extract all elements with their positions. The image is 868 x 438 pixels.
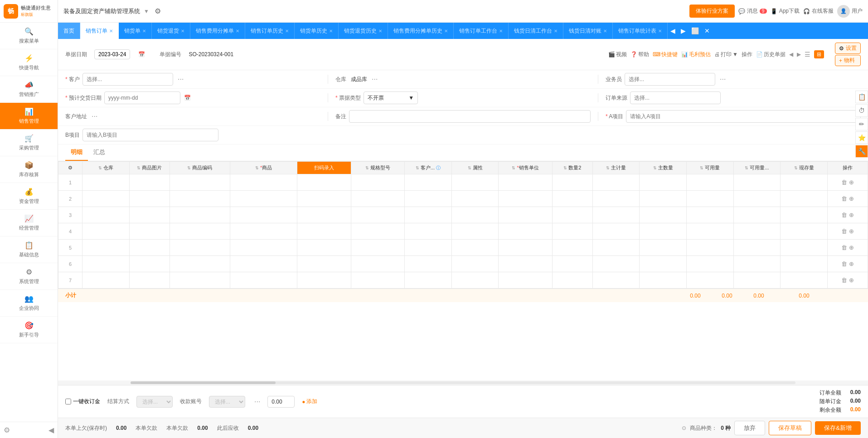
row-attr[interactable] bbox=[451, 207, 499, 223]
dropdown-arrow-icon[interactable]: ▼ bbox=[144, 8, 149, 14]
tab-close-icon[interactable]: ✕ bbox=[285, 29, 289, 34]
right-float-btn-1[interactable]: 📋 bbox=[855, 91, 868, 103]
th-main-unit[interactable]: ⇅ 主计量 bbox=[592, 162, 640, 174]
remark-input[interactable] bbox=[349, 110, 591, 123]
row-stock[interactable] bbox=[781, 174, 828, 191]
row-main-unit[interactable] bbox=[592, 207, 640, 223]
sidebar-item-system[interactable]: ⚙ 系统管理 bbox=[0, 263, 58, 290]
row-customer-code[interactable] bbox=[405, 223, 452, 240]
help-btn[interactable]: ❓ 帮助 bbox=[630, 51, 649, 58]
row-stock[interactable] bbox=[781, 256, 828, 272]
row-image[interactable] bbox=[129, 207, 170, 223]
th-customer-code[interactable]: ⇅ 客户... ⓘ bbox=[405, 162, 452, 174]
row-unit[interactable] bbox=[499, 272, 552, 289]
row-copy-icon[interactable]: ⊕ bbox=[849, 179, 854, 186]
row-stock[interactable] bbox=[781, 207, 828, 223]
row-main-qty[interactable] bbox=[640, 240, 687, 256]
delivery-date-input[interactable] bbox=[104, 91, 180, 104]
view-video-btn[interactable]: 🎬 视频 bbox=[608, 51, 627, 58]
row-avail2[interactable] bbox=[733, 174, 781, 191]
sidebar-item-inventory[interactable]: 📦 库存核算 bbox=[0, 156, 58, 183]
b-project-input[interactable] bbox=[82, 129, 218, 141]
row-attr[interactable] bbox=[451, 272, 499, 289]
th-code[interactable]: ⇅ 商品编码 bbox=[170, 162, 230, 174]
tab-sales-expense[interactable]: 销售费用分摊单 ✕ bbox=[190, 23, 245, 39]
row-main-qty[interactable] bbox=[640, 191, 687, 207]
row-unit[interactable] bbox=[499, 207, 552, 223]
customer-expand-icon[interactable]: ··· bbox=[178, 75, 184, 83]
row-name[interactable] bbox=[230, 191, 297, 207]
sidebar-item-guide[interactable]: 🎯 新手引导 bbox=[0, 317, 58, 343]
row-spec[interactable] bbox=[351, 174, 404, 191]
th-scan[interactable]: 扫码录入 bbox=[297, 162, 351, 174]
row-unit[interactable] bbox=[499, 256, 552, 272]
row-customer-code[interactable] bbox=[405, 207, 452, 223]
sidebar-item-sales[interactable]: 📊 销售管理 bbox=[0, 103, 58, 130]
grid-view-btn[interactable]: ⊞ bbox=[814, 50, 824, 58]
row-main-qty[interactable] bbox=[640, 223, 687, 240]
row-stock[interactable] bbox=[781, 191, 828, 207]
row-image[interactable] bbox=[129, 240, 170, 256]
tab-cash-reconcile[interactable]: 钱货日清对账 ✕ bbox=[563, 23, 613, 39]
right-float-btn-2[interactable]: ⏱ bbox=[855, 104, 868, 117]
warehouse-expand-icon[interactable]: ··· bbox=[372, 75, 378, 83]
save-draft-button[interactable]: 保存草稿 bbox=[769, 421, 811, 435]
row-copy-icon[interactable]: ⊕ bbox=[849, 195, 854, 202]
row-code[interactable] bbox=[170, 174, 230, 191]
row-code[interactable] bbox=[170, 256, 230, 272]
row-warehouse[interactable] bbox=[82, 256, 130, 272]
row-copy-icon[interactable]: ⊕ bbox=[849, 244, 854, 251]
history-doc-btn[interactable]: 📄 历史单据 bbox=[756, 51, 786, 58]
sidebar-item-basic-info[interactable]: 📋 基础信息 bbox=[0, 236, 58, 263]
tab-prev-btn[interactable]: ◀ bbox=[668, 27, 678, 34]
tab-summary[interactable]: 汇总 bbox=[88, 144, 111, 161]
right-float-btn-4[interactable]: ⭐ bbox=[855, 131, 868, 144]
row-copy-icon[interactable]: ⊕ bbox=[849, 228, 854, 235]
row-main-unit[interactable] bbox=[592, 223, 640, 240]
settings-icon[interactable]: ⚙ bbox=[155, 7, 161, 15]
row-scan[interactable] bbox=[297, 223, 351, 240]
tab-close-all-btn[interactable]: ✕ bbox=[702, 27, 713, 34]
row-qty2[interactable] bbox=[552, 272, 592, 289]
row-image[interactable] bbox=[129, 256, 170, 272]
row-spec[interactable] bbox=[351, 272, 404, 289]
sidebar-item-search[interactable]: 🔍 搜索菜单 bbox=[0, 23, 58, 49]
row-avail[interactable] bbox=[687, 174, 734, 191]
row-delete-icon[interactable]: 🗑 bbox=[841, 228, 847, 235]
profit-estimate-btn[interactable]: 📊 毛利预估 bbox=[681, 51, 711, 58]
row-scan[interactable] bbox=[297, 256, 351, 272]
row-unit[interactable] bbox=[499, 223, 552, 240]
row-warehouse[interactable] bbox=[82, 272, 130, 289]
row-customer-code[interactable] bbox=[405, 240, 452, 256]
row-spec[interactable] bbox=[351, 256, 404, 272]
row-delete-icon[interactable]: 🗑 bbox=[841, 260, 847, 267]
row-name[interactable] bbox=[230, 272, 297, 289]
receipt-expand-icon[interactable]: ··· bbox=[254, 398, 260, 406]
collapse-icon[interactable]: ◀ bbox=[48, 426, 54, 434]
row-main-qty[interactable] bbox=[640, 174, 687, 191]
th-unit[interactable]: ⇅ *销售单位 bbox=[499, 162, 552, 174]
row-main-unit[interactable] bbox=[592, 256, 640, 272]
row-customer-code[interactable] bbox=[405, 191, 452, 207]
tab-close-icon[interactable]: ✕ bbox=[603, 29, 607, 34]
add-payment-btn[interactable]: ● 添加 bbox=[302, 398, 317, 405]
operate-btn[interactable]: 操作 bbox=[742, 51, 752, 58]
row-main-unit[interactable] bbox=[592, 174, 640, 191]
tab-close-icon[interactable]: ✕ bbox=[499, 29, 503, 34]
th-avail[interactable]: ⇅ 可用量 bbox=[687, 162, 734, 174]
row-delete-icon[interactable]: 🗑 bbox=[841, 195, 847, 202]
row-image[interactable] bbox=[129, 223, 170, 240]
row-main-qty[interactable] bbox=[640, 207, 687, 223]
th-attr[interactable]: ⇅ 属性 bbox=[451, 162, 499, 174]
settings-gear-icon[interactable]: ⚙ bbox=[4, 426, 10, 434]
row-name[interactable] bbox=[230, 223, 297, 240]
row-warehouse[interactable] bbox=[82, 174, 130, 191]
row-unit[interactable] bbox=[499, 240, 552, 256]
th-avail2[interactable]: ⇅ 可用量... bbox=[733, 162, 781, 174]
row-image[interactable] bbox=[129, 174, 170, 191]
sidebar-item-enterprise[interactable]: 👥 企业协同 bbox=[0, 290, 58, 317]
trial-solution-button[interactable]: 体验行业方案 bbox=[689, 5, 735, 18]
row-scan[interactable] bbox=[297, 240, 351, 256]
th-image[interactable]: ⇅ 商品图片 bbox=[129, 162, 170, 174]
row-qty2[interactable] bbox=[552, 207, 592, 223]
